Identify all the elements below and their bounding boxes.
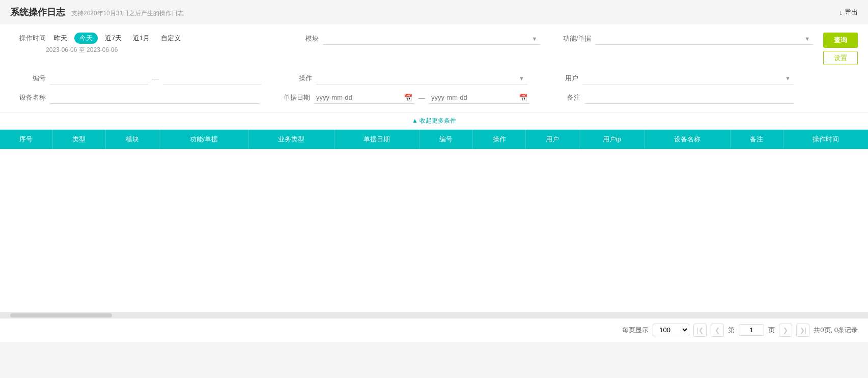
filter-row-3: 设备名称 单据日期 📅 — 📅 备注 bbox=[10, 92, 858, 104]
first-page-button[interactable]: |❮ bbox=[693, 324, 707, 337]
collapse-text: 收起更多条件 bbox=[419, 117, 456, 124]
date-label: 单据日期 bbox=[274, 93, 310, 102]
col-seq: 序号 bbox=[0, 130, 52, 149]
user-label: 用户 bbox=[543, 74, 578, 83]
page-title: 系统操作日志 bbox=[10, 6, 65, 18]
operation-select-wrapper: ▼ bbox=[316, 72, 527, 84]
col-device: 设备名称 bbox=[645, 130, 730, 149]
operation-filter-col: 操作 ▼ bbox=[276, 72, 527, 84]
function-select-wrapper: ▼ bbox=[595, 33, 813, 45]
col-number: 编号 bbox=[419, 130, 472, 149]
date-dash: — bbox=[418, 94, 425, 102]
time-range-text: 2023-06-06 至 2023-06-06 bbox=[46, 46, 118, 53]
col-module: 模块 bbox=[106, 130, 159, 149]
time-label: 操作时间 bbox=[10, 34, 46, 43]
page-label: 第 bbox=[728, 326, 735, 335]
col-user-ip: 用户ip bbox=[579, 130, 645, 149]
collapse-bar[interactable]: ▲ 收起更多条件 bbox=[0, 112, 868, 130]
time-btn-custom[interactable]: 自定义 bbox=[157, 33, 185, 44]
date-end-wrapper: 📅 bbox=[429, 92, 529, 104]
function-label: 功能/单据 bbox=[555, 34, 591, 43]
per-page-label: 每页显示 bbox=[622, 326, 649, 335]
table-header-row: 序号 类型 模块 功能/单据 业务类型 单据日期 编号 操作 用户 用户ip 设… bbox=[0, 130, 868, 149]
remark-input[interactable] bbox=[584, 92, 794, 104]
export-icon: ↓ bbox=[839, 9, 843, 16]
time-btn-yesterday[interactable]: 昨天 bbox=[50, 33, 71, 44]
table-header: 序号 类型 模块 功能/单据 业务类型 单据日期 编号 操作 用户 用户ip 设… bbox=[0, 130, 868, 149]
date-start-input[interactable] bbox=[314, 92, 404, 103]
device-label: 设备名称 bbox=[10, 93, 46, 102]
header-left: 系统操作日志 支持2020年10月31日之后产生的操作日志 bbox=[10, 6, 184, 18]
col-doc-date: 单据日期 bbox=[334, 130, 419, 149]
operation-input[interactable] bbox=[316, 72, 527, 84]
time-btn-7days[interactable]: 近7天 bbox=[101, 33, 126, 44]
col-user: 用户 bbox=[526, 130, 579, 149]
col-function: 功能/单据 bbox=[159, 130, 248, 149]
module-label: 模块 bbox=[283, 34, 319, 43]
empty-cell bbox=[0, 149, 868, 312]
export-button[interactable]: ↓ 导出 bbox=[839, 8, 858, 17]
time-filter-col: 操作时间 昨天 今天 近7天 近1月 自定义 2023-06-06 至 2023… bbox=[10, 33, 268, 54]
next-page-button[interactable]: ❯ bbox=[779, 324, 792, 337]
next-page-icon: ❯ bbox=[783, 327, 788, 334]
page-unit: 页 bbox=[768, 326, 775, 335]
page-subtitle: 支持2020年10月31日之后产生的操作日志 bbox=[71, 9, 184, 18]
date-start-wrapper: 📅 bbox=[314, 92, 414, 104]
remark-filter-col: 备注 bbox=[545, 92, 794, 104]
module-input[interactable] bbox=[323, 33, 541, 45]
operation-label: 操作 bbox=[276, 74, 312, 83]
total-info: 共0页, 0条记录 bbox=[814, 326, 858, 335]
filter-cols-1: 操作时间 昨天 今天 近7天 近1月 自定义 2023-06-06 至 2023… bbox=[10, 33, 813, 54]
filter-row-2: 编号 — 操作 ▼ 用户 ▼ bbox=[10, 72, 858, 84]
number-end-input[interactable] bbox=[163, 72, 261, 84]
prev-page-button[interactable]: ❮ bbox=[711, 324, 724, 337]
col-biz-type: 业务类型 bbox=[249, 130, 334, 149]
module-filter-col: 模块 ▼ bbox=[283, 33, 541, 45]
last-page-icon: ❯| bbox=[800, 327, 806, 334]
time-buttons: 昨天 今天 近7天 近1月 自定义 bbox=[50, 33, 185, 44]
calendar-end-icon[interactable]: 📅 bbox=[519, 94, 527, 102]
remark-label: 备注 bbox=[545, 93, 580, 102]
first-page-icon: |❮ bbox=[697, 327, 704, 334]
table-container: 序号 类型 模块 功能/单据 业务类型 单据日期 编号 操作 用户 用户ip 设… bbox=[0, 130, 868, 312]
prev-page-icon: ❮ bbox=[715, 327, 720, 334]
device-filter-col: 设备名称 bbox=[10, 92, 259, 104]
last-page-button[interactable]: ❯| bbox=[796, 324, 809, 337]
function-filter-col: 功能/单据 ▼ bbox=[555, 33, 813, 45]
per-page-select[interactable]: 100 bbox=[653, 324, 689, 336]
col-type: 类型 bbox=[52, 130, 105, 149]
time-range: 2023-06-06 至 2023-06-06 bbox=[46, 46, 118, 54]
device-input[interactable] bbox=[50, 92, 259, 104]
settings-button[interactable]: 设置 bbox=[823, 51, 858, 65]
number-label: 编号 bbox=[10, 74, 46, 83]
page-header: 系统操作日志 支持2020年10月31日之后产生的操作日志 ↓ 导出 bbox=[0, 0, 868, 24]
user-input[interactable] bbox=[582, 72, 794, 84]
user-select-wrapper: ▼ bbox=[582, 72, 794, 84]
horizontal-scrollbar[interactable] bbox=[0, 312, 868, 318]
action-buttons: 查询 设置 bbox=[823, 33, 858, 65]
query-button[interactable]: 查询 bbox=[823, 33, 858, 48]
time-btn-1month[interactable]: 近1月 bbox=[129, 33, 154, 44]
time-btn-today[interactable]: 今天 bbox=[74, 33, 98, 44]
data-table: 序号 类型 模块 功能/单据 业务类型 单据日期 编号 操作 用户 用户ip 设… bbox=[0, 130, 868, 312]
date-filter-col: 单据日期 📅 — 📅 bbox=[274, 92, 529, 104]
filter-section: 操作时间 昨天 今天 近7天 近1月 自定义 2023-06-06 至 2023… bbox=[0, 24, 868, 112]
filter-row-1: 操作时间 昨天 今天 近7天 近1月 自定义 2023-06-06 至 2023… bbox=[10, 33, 858, 65]
number-dash: — bbox=[152, 75, 159, 82]
function-input[interactable] bbox=[595, 33, 813, 45]
date-end-input[interactable] bbox=[429, 92, 519, 103]
page-input[interactable] bbox=[739, 324, 764, 336]
user-filter-col: 用户 ▼ bbox=[543, 72, 794, 84]
calendar-start-icon[interactable]: 📅 bbox=[404, 94, 412, 102]
pagination: 每页显示 100 |❮ ❮ 第 页 ❯ ❯| 共0页, 0条记录 bbox=[0, 318, 868, 342]
table-body bbox=[0, 149, 868, 312]
empty-row bbox=[0, 149, 868, 312]
col-remark: 备注 bbox=[730, 130, 783, 149]
time-filter-row: 操作时间 昨天 今天 近7天 近1月 自定义 bbox=[10, 33, 185, 44]
number-start-input[interactable] bbox=[50, 72, 148, 84]
collapse-icon: ▲ bbox=[412, 117, 418, 124]
number-filter-col: 编号 — bbox=[10, 72, 261, 84]
export-label: 导出 bbox=[845, 8, 858, 17]
module-select-wrapper: ▼ bbox=[323, 33, 541, 45]
scrollbar-thumb[interactable] bbox=[10, 313, 112, 317]
